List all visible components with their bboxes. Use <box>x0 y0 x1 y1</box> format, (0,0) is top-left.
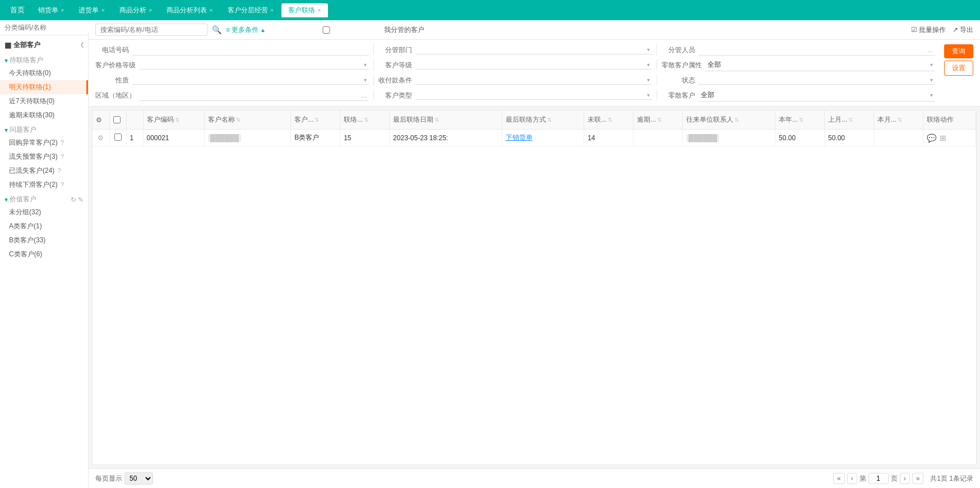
filter-person-dotdot[interactable]: ... <box>927 46 933 54</box>
th-this-month[interactable]: 本月... ⇅ <box>873 111 923 130</box>
th-checkbox[interactable] <box>109 111 126 130</box>
sidebar-item-a-class[interactable]: A类客户(1) <box>0 219 88 233</box>
nav-tab-close-0[interactable]: × <box>61 7 64 13</box>
more-conditions-button[interactable]: ≡ 更多条件 ▲ <box>226 25 266 35</box>
filter-dept-select[interactable]: ▾ <box>415 45 652 54</box>
sidebar: 🔍 ▦ 全部客户 《 ▾ 待联络客户 今天待联络(0) 明天待联络(1) 近7天… <box>0 20 89 488</box>
next-page-button[interactable]: › <box>900 473 910 484</box>
search-button[interactable]: 🔍 <box>212 25 221 34</box>
th-last-month[interactable]: 上月... ⇅ <box>824 111 873 130</box>
nav-tab-2[interactable]: 商品分析 × <box>113 3 159 17</box>
filter-status-select[interactable]: ▾ <box>699 76 935 85</box>
filter-row-3: 性质 ▾ 收付款条件 ▾ <box>95 75 935 86</box>
filter-field-nature: 性质 ▾ <box>95 76 369 85</box>
sidebar-item-repurchase-abnormal[interactable]: 回购异常客户(2) ? <box>0 136 88 150</box>
nav-tab-close-3[interactable]: × <box>209 7 212 13</box>
td-last-contact-method[interactable]: 下销货单 <box>502 130 584 146</box>
th-overdue[interactable]: 逾期... ⇅ <box>634 111 683 130</box>
filter-retail-cust-select[interactable]: 全部 ▾ <box>699 89 935 102</box>
filter-field-phone: 电话号码 <box>95 45 369 56</box>
th-customer-type[interactable]: 客户... ⇅ <box>291 111 340 130</box>
export-button[interactable]: ↗ 导出 <box>953 25 973 35</box>
filter-phone-input[interactable] <box>132 45 369 56</box>
first-page-button[interactable]: « <box>833 473 845 484</box>
nav-home[interactable]: 首页 <box>4 3 30 17</box>
filter-bar: 🔍 ≡ 更多条件 ▲ 我分管的客户 ☑ 批量操作 ↗ 导出 <box>89 20 980 40</box>
th-contact-count[interactable]: 联络... ⇅ <box>340 111 390 130</box>
filter-payment-select[interactable]: ▾ <box>415 76 652 85</box>
nav-tab-0[interactable]: 销货单 × <box>31 3 71 17</box>
filter-region-dotdot[interactable]: ... <box>361 91 367 99</box>
filter-nature-select[interactable]: ▾ <box>132 76 369 85</box>
filter-divider-4 <box>657 59 657 71</box>
filter-price-level-select[interactable]: ▾ <box>139 61 369 70</box>
my-customers-checkbox[interactable] <box>270 26 382 34</box>
sidebar-item-overdue[interactable]: 逾期未联络(30) <box>0 108 88 122</box>
sidebar-item-churned[interactable]: 已流失客户(24) ? <box>0 164 88 178</box>
sidebar-item-week[interactable]: 近7天待联络(0) <box>0 94 88 108</box>
th-uncontacted-label: 未联... <box>588 115 607 125</box>
grid-action-icon[interactable]: ⊞ <box>940 133 946 142</box>
th-unit-contact[interactable]: 往来单位联系人 ⇅ <box>683 111 775 130</box>
filter-nature-arrow-icon: ▾ <box>364 77 367 83</box>
table-row: ⚙ 1 000021 ██████ <box>93 130 976 146</box>
th-uncontacted[interactable]: 未联... ⇅ <box>584 111 634 130</box>
comment-action-icon[interactable]: 💬 <box>927 133 936 142</box>
batch-operation-button[interactable]: ☑ 批量操作 <box>911 25 946 35</box>
sidebar-item-today[interactable]: 今天待联络(0) <box>0 66 88 80</box>
filter-person-select[interactable]: ... <box>699 45 935 56</box>
sidebar-item-b-class[interactable]: B类客户(33) <box>0 233 88 247</box>
filter-divider-8 <box>657 90 657 101</box>
th-last-contact-method[interactable]: 最后联络方式 ⇅ <box>502 111 584 130</box>
sidebar-item-tomorrow[interactable]: 明天待联络(1) <box>0 80 88 94</box>
select-all-checkbox[interactable] <box>113 116 121 123</box>
sort-icon-name: ⇅ <box>236 117 241 123</box>
setting-button[interactable]: 设置 <box>944 61 973 76</box>
sidebar-item-c-class[interactable]: C类客户(6) <box>0 247 88 261</box>
th-last-contact-date[interactable]: 最后联络日期 ⇅ <box>390 111 502 130</box>
row-checkbox[interactable] <box>114 133 122 141</box>
sidebar-edit-icon[interactable]: ✎ <box>78 196 84 204</box>
filter-field-customer-level: 客户等级 ▾ <box>378 61 652 70</box>
filter-cust-type-arrow-icon: ▾ <box>647 92 650 98</box>
sidebar-refresh-icon[interactable]: ↻ <box>71 196 76 204</box>
nav-tab-4[interactable]: 客户分层经营 × <box>221 3 280 17</box>
th-customer-code[interactable]: 客户编码 ⇅ <box>143 111 205 130</box>
last-page-button[interactable]: » <box>912 473 924 484</box>
th-customer-type-label: 客户... <box>294 115 313 125</box>
query-button[interactable]: 查询 <box>944 44 973 58</box>
page-number-input[interactable] <box>868 473 889 484</box>
nav-tab-1[interactable]: 进货单 × <box>72 3 111 17</box>
td-gear[interactable]: ⚙ <box>93 130 109 146</box>
nav-tab-close-5[interactable]: × <box>317 7 321 13</box>
th-customer-name-label: 客户名称 <box>208 115 235 125</box>
th-contact-count-label: 联络... <box>344 115 363 125</box>
td-checkbox[interactable] <box>109 130 126 146</box>
filter-region-select[interactable]: ... <box>139 90 369 101</box>
filter-status-arrow-icon: ▾ <box>930 77 933 83</box>
filter-retail-attr-select[interactable]: 全部 ▾ <box>705 59 935 71</box>
my-customers-filter[interactable]: 我分管的客户 <box>270 25 424 35</box>
th-customer-name[interactable]: 客户名称 ⇅ <box>205 111 291 130</box>
sidebar-collapse-icon[interactable]: 《 <box>77 41 84 49</box>
nav-tab-3[interactable]: 商品分析列表 × <box>160 3 219 17</box>
th-gear[interactable]: ⚙ <box>93 111 109 130</box>
contact-method-link[interactable]: 下销货单 <box>506 133 533 141</box>
sidebar-item-declining[interactable]: 持续下滑客户(2) ? <box>0 178 88 192</box>
per-page-select[interactable]: 50 100 200 <box>124 472 153 485</box>
prev-page-button[interactable]: ‹ <box>847 473 857 484</box>
pagination-controls: « ‹ 第 页 › » 共1页 1条记录 <box>833 473 973 484</box>
sidebar-item-churn-warning[interactable]: 流失预警客户(3) ? <box>0 150 88 164</box>
nav-tab-close-4[interactable]: × <box>270 7 274 13</box>
filter-cust-type-select[interactable]: ▾ <box>415 91 652 100</box>
th-this-year[interactable]: 本年... ⇅ <box>775 111 825 130</box>
sidebar-all-customers[interactable]: ▦ 全部客户 《 <box>0 38 88 53</box>
nav-tab-5[interactable]: 客户联络 × <box>281 3 327 17</box>
nav-tab-close-1[interactable]: × <box>101 7 104 13</box>
search-input[interactable] <box>95 24 207 36</box>
filter-retail-cust-arrow-icon: ▾ <box>930 92 933 98</box>
nav-tab-close-2[interactable]: × <box>149 7 152 13</box>
sidebar-search-input[interactable] <box>4 24 89 31</box>
filter-customer-level-select[interactable]: ▾ <box>415 61 652 70</box>
sidebar-item-ungrouped[interactable]: 未分组(32) <box>0 205 88 219</box>
